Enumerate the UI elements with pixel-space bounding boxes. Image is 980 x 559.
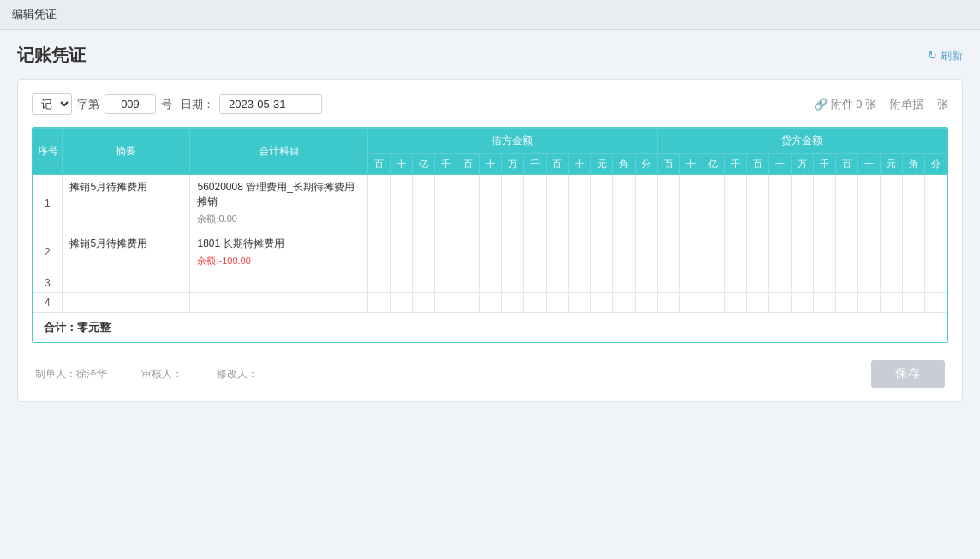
digit-cell-r3-c14[interactable] — [679, 293, 702, 313]
digit-cell-r2-c20[interactable] — [813, 273, 835, 293]
row-seq-2[interactable]: 3 — [33, 273, 63, 293]
voucher-number-input[interactable] — [105, 94, 156, 114]
digit-cell-r3-c5[interactable] — [479, 293, 501, 313]
digit-cell-r0-c2[interactable] — [412, 175, 434, 231]
digit-cell-r0-c8[interactable] — [546, 175, 568, 231]
digit-cell-r2-c21[interactable] — [835, 273, 858, 293]
digit-cell-r3-c23[interactable] — [880, 293, 902, 313]
digit-cell-r1-c8[interactable] — [546, 231, 568, 273]
digit-cell-r2-c24[interactable] — [902, 273, 924, 293]
digit-cell-r1-c12[interactable] — [635, 231, 657, 273]
digit-cell-r3-c0[interactable] — [368, 293, 390, 313]
digit-cell-r3-c11[interactable] — [612, 293, 635, 313]
digit-cell-r0-c7[interactable] — [523, 175, 546, 231]
digit-cell-r2-c12[interactable] — [635, 273, 657, 293]
digit-cell-r2-c1[interactable] — [390, 273, 412, 293]
digit-cell-r0-c15[interactable] — [702, 175, 724, 231]
row-summary-1[interactable]: 摊销5月待摊费用 — [63, 231, 190, 273]
row-summary-2[interactable] — [63, 273, 190, 293]
digit-cell-r3-c20[interactable] — [813, 293, 835, 313]
digit-cell-r0-c23[interactable] — [880, 175, 902, 231]
digit-cell-r2-c15[interactable] — [702, 273, 724, 293]
digit-cell-r0-c18[interactable] — [768, 175, 791, 231]
digit-cell-r1-c18[interactable] — [768, 231, 791, 273]
digit-cell-r3-c13[interactable] — [657, 293, 679, 313]
digit-cell-r2-c2[interactable] — [412, 273, 434, 293]
attachment-link[interactable]: 🔗 附件 0 张 — [814, 97, 876, 112]
digit-cell-r0-c21[interactable] — [835, 175, 858, 231]
digit-cell-r0-c5[interactable] — [479, 175, 501, 231]
digit-cell-r3-c7[interactable] — [523, 293, 546, 313]
digit-cell-r2-c11[interactable] — [612, 273, 635, 293]
row-account-2[interactable] — [190, 273, 368, 293]
digit-cell-r1-c3[interactable] — [434, 231, 457, 273]
digit-cell-r1-c0[interactable] — [368, 231, 390, 273]
refresh-button[interactable]: ↻ 刷新 — [928, 48, 963, 63]
digit-cell-r1-c21[interactable] — [835, 231, 858, 273]
digit-cell-r3-c22[interactable] — [858, 293, 880, 313]
digit-cell-r1-c6[interactable] — [501, 231, 523, 273]
digit-cell-r2-c5[interactable] — [479, 273, 501, 293]
digit-cell-r1-c17[interactable] — [746, 231, 768, 273]
digit-cell-r2-c4[interactable] — [457, 273, 479, 293]
digit-cell-r0-c22[interactable] — [858, 175, 880, 231]
digit-cell-r0-c25[interactable] — [924, 175, 947, 231]
digit-cell-r2-c16[interactable] — [724, 273, 746, 293]
digit-cell-r3-c24[interactable] — [902, 293, 924, 313]
digit-cell-r0-c4[interactable] — [457, 175, 479, 231]
row-account-1[interactable]: 1801 长期待摊费用余额:-100.00 — [190, 231, 368, 273]
digit-cell-r1-c5[interactable] — [479, 231, 501, 273]
digit-cell-r2-c7[interactable] — [523, 273, 546, 293]
digit-cell-r1-c11[interactable] — [612, 231, 635, 273]
digit-cell-r3-c2[interactable] — [412, 293, 434, 313]
digit-cell-r2-c19[interactable] — [791, 273, 813, 293]
digit-cell-r3-c4[interactable] — [457, 293, 479, 313]
date-input[interactable] — [219, 94, 322, 114]
digit-cell-r0-c1[interactable] — [390, 175, 412, 231]
digit-cell-r2-c9[interactable] — [568, 273, 590, 293]
digit-cell-r3-c17[interactable] — [746, 293, 768, 313]
row-summary-3[interactable] — [63, 293, 190, 313]
digit-cell-r1-c9[interactable] — [568, 231, 590, 273]
digit-cell-r3-c8[interactable] — [546, 293, 568, 313]
digit-cell-r2-c14[interactable] — [679, 273, 702, 293]
digit-cell-r1-c2[interactable] — [412, 231, 434, 273]
digit-cell-r2-c18[interactable] — [768, 273, 791, 293]
digit-cell-r0-c16[interactable] — [724, 175, 746, 231]
digit-cell-r3-c6[interactable] — [501, 293, 523, 313]
digit-cell-r1-c25[interactable] — [924, 231, 947, 273]
digit-cell-r0-c9[interactable] — [568, 175, 590, 231]
digit-cell-r1-c22[interactable] — [858, 231, 880, 273]
digit-cell-r3-c10[interactable] — [590, 293, 612, 313]
digit-cell-r0-c11[interactable] — [612, 175, 635, 231]
digit-cell-r1-c24[interactable] — [902, 231, 924, 273]
digit-cell-r0-c0[interactable] — [368, 175, 390, 231]
digit-cell-r3-c1[interactable] — [390, 293, 412, 313]
digit-cell-r3-c19[interactable] — [791, 293, 813, 313]
digit-cell-r1-c20[interactable] — [813, 231, 835, 273]
row-account-0[interactable]: 56020008 管理费用_长期待摊费用摊销余额:0.00 — [190, 175, 368, 231]
digit-cell-r2-c13[interactable] — [657, 273, 679, 293]
save-button[interactable]: 保存 — [871, 360, 945, 388]
digit-cell-r2-c22[interactable] — [858, 273, 880, 293]
digit-cell-r1-c7[interactable] — [523, 231, 546, 273]
digit-cell-r3-c12[interactable] — [635, 293, 657, 313]
digit-cell-r2-c8[interactable] — [546, 273, 568, 293]
digit-cell-r1-c23[interactable] — [880, 231, 902, 273]
digit-cell-r1-c15[interactable] — [702, 231, 724, 273]
digit-cell-r2-c23[interactable] — [880, 273, 902, 293]
digit-cell-r0-c3[interactable] — [434, 175, 457, 231]
digit-cell-r1-c10[interactable] — [590, 231, 612, 273]
digit-cell-r3-c21[interactable] — [835, 293, 858, 313]
digit-cell-r1-c4[interactable] — [457, 231, 479, 273]
digit-cell-r0-c14[interactable] — [679, 175, 702, 231]
digit-cell-r2-c0[interactable] — [368, 273, 390, 293]
digit-cell-r0-c12[interactable] — [635, 175, 657, 231]
digit-cell-r0-c17[interactable] — [746, 175, 768, 231]
row-seq-0[interactable]: 1 — [33, 175, 63, 231]
digit-cell-r2-c17[interactable] — [746, 273, 768, 293]
digit-cell-r2-c3[interactable] — [434, 273, 457, 293]
digit-cell-r2-c10[interactable] — [590, 273, 612, 293]
digit-cell-r0-c13[interactable] — [657, 175, 679, 231]
digit-cell-r1-c16[interactable] — [724, 231, 746, 273]
